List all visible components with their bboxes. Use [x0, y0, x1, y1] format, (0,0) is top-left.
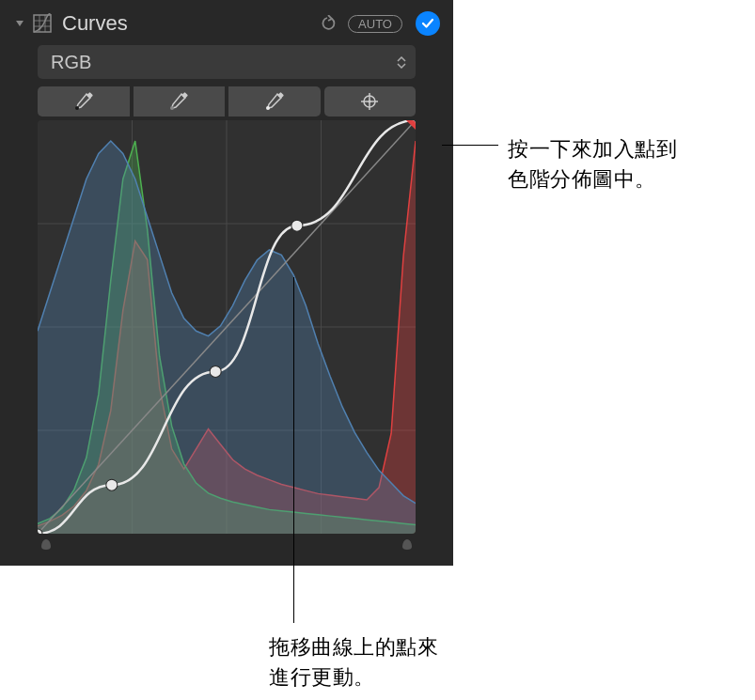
curves-icon [32, 13, 53, 34]
auto-button[interactable]: AUTO [348, 15, 402, 33]
callout-line [293, 277, 294, 623]
svg-point-10 [266, 106, 270, 110]
svg-rect-0 [34, 15, 51, 32]
white-point-handle[interactable] [401, 537, 414, 554]
enable-checkmark-button[interactable] [416, 11, 440, 36]
svg-rect-7 [181, 92, 188, 99]
curves-histogram[interactable] [38, 120, 416, 534]
channel-select-label: RGB [51, 52, 91, 73]
svg-point-8 [170, 106, 174, 110]
histogram-area [38, 120, 416, 554]
callout-drag-point: 拖移曲線上的點來 進行更動。 [269, 632, 438, 692]
disclosure-triangle-icon[interactable] [13, 17, 26, 30]
channel-select[interactable]: RGB [38, 45, 416, 79]
svg-point-6 [75, 106, 79, 110]
add-point-button[interactable] [324, 86, 417, 117]
callout-text: 進行更動。 [269, 662, 438, 692]
panel-header: Curves AUTO [0, 11, 453, 45]
svg-rect-5 [87, 92, 93, 99]
panel-title: Curves [62, 11, 310, 36]
black-white-handles [38, 534, 416, 554]
curves-panel: Curves AUTO RGB [0, 0, 453, 566]
tool-row [0, 86, 453, 120]
reset-button[interactable] [316, 12, 338, 35]
eyedropper-white-button[interactable] [228, 86, 321, 117]
eyedropper-black-button[interactable] [38, 86, 130, 117]
channel-row: RGB [0, 45, 453, 86]
curve-point[interactable] [291, 220, 303, 231]
black-point-handle[interactable] [39, 537, 53, 554]
callout-line [442, 145, 498, 146]
callout-text: 按一下來加入點到 [508, 134, 677, 164]
callout-add-point: 按一下來加入點到 色階分佈圖中。 [508, 134, 677, 194]
curve-point[interactable] [210, 366, 221, 377]
callout-text: 拖移曲線上的點來 [269, 632, 438, 662]
svg-rect-9 [277, 92, 284, 99]
callout-text: 色階分佈圖中。 [508, 164, 677, 194]
curve-point[interactable] [106, 479, 118, 490]
stepper-arrows-icon [397, 56, 406, 69]
svg-point-14 [369, 101, 371, 103]
eyedropper-gray-button[interactable] [134, 86, 226, 117]
